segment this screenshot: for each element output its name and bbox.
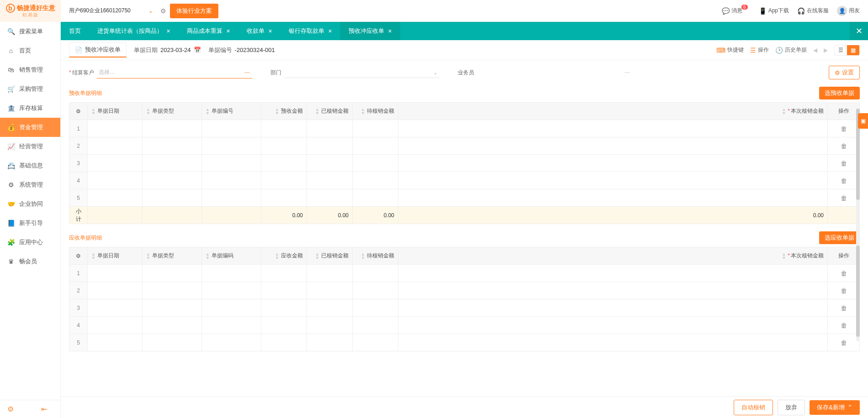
doc-date[interactable]: 2023-03-24: [160, 47, 191, 53]
view-card-toggle[interactable]: ▦: [847, 45, 859, 55]
auto-writeoff-button[interactable]: 自动核销: [734, 400, 773, 415]
col-4[interactable]: ▲▼已核销金额: [307, 103, 353, 120]
save-new-button[interactable]: 保存&新增⌃: [810, 400, 860, 415]
col-settings[interactable]: ⚙: [69, 103, 88, 120]
trash-icon[interactable]: 🗑: [841, 160, 847, 167]
sidebar-icon: 💰: [7, 124, 15, 131]
sidebar-item-6[interactable]: 📈经营管理: [0, 137, 60, 156]
trash-icon[interactable]: 🗑: [841, 304, 847, 312]
col-5[interactable]: ▲▼待核销金额: [353, 247, 398, 265]
close-icon[interactable]: ✕: [226, 28, 230, 34]
col-2[interactable]: ▲▼单据编码: [202, 247, 261, 265]
sec2-pick-button[interactable]: 选应收单据: [819, 231, 860, 244]
discard-button[interactable]: 放弃: [778, 400, 805, 415]
col-0[interactable]: ▲▼单据日期: [88, 247, 143, 265]
close-icon[interactable]: ✕: [268, 28, 272, 34]
col-7[interactable]: 操作: [828, 103, 860, 120]
brand-logo[interactable]: b畅捷通好生意 精易版: [0, 0, 61, 22]
sec1-pick-button[interactable]: 选预收单据: [819, 87, 860, 99]
col-7[interactable]: 操作: [828, 247, 860, 265]
col-2[interactable]: ▲▼单据编号: [202, 103, 261, 120]
sidebar-item-8[interactable]: ⚙系统管理: [0, 175, 60, 194]
calendar-icon[interactable]: 📅: [194, 47, 201, 53]
tenant-settings-icon[interactable]: ⚙: [160, 7, 166, 15]
brand-edition: 精易版: [22, 12, 39, 18]
trash-icon[interactable]: 🗑: [841, 339, 847, 346]
col-6[interactable]: ▲▼*本次核销金额: [398, 103, 828, 120]
col-settings[interactable]: ⚙: [69, 247, 88, 265]
col-1[interactable]: ▲▼单据类型: [143, 103, 202, 120]
col-0[interactable]: ▲▼单据日期: [88, 103, 143, 120]
sidebar-item-2[interactable]: 🛍销售管理: [0, 60, 60, 79]
sidebar-collapse-icon[interactable]: ⇤: [41, 405, 47, 413]
messages-button[interactable]: 💬消息6: [722, 7, 751, 15]
operations-button[interactable]: ☰操作: [750, 46, 769, 54]
col-6[interactable]: ▲▼*本次核销金额: [398, 247, 828, 265]
col-3[interactable]: ▲▼应收金额: [261, 247, 307, 265]
next-doc-icon[interactable]: ▶: [824, 47, 828, 53]
trash-icon[interactable]: 🗑: [841, 270, 847, 277]
app-download-button[interactable]: 📱App下载: [759, 7, 789, 15]
gear-icon: ⚙: [76, 108, 81, 115]
sidebar-label: 采购管理: [19, 85, 43, 93]
table-row[interactable]: 5🗑: [69, 334, 860, 351]
scrollbar[interactable]: [856, 109, 860, 341]
try-plan-button[interactable]: 体验行业方案: [170, 4, 218, 18]
tab-0[interactable]: 首页: [61, 22, 89, 40]
tabbar-close-button[interactable]: ✕: [850, 22, 868, 40]
close-icon[interactable]: ✕: [166, 28, 170, 34]
table-row[interactable]: 3🗑: [69, 155, 860, 172]
tab-1[interactable]: 进货单统计表（按商品）✕: [89, 22, 179, 40]
dept-select[interactable]: ⌄: [284, 68, 439, 78]
sidebar-item-12[interactable]: ♛畅会员: [0, 252, 60, 271]
table-row[interactable]: 1🗑: [69, 265, 860, 282]
table-row[interactable]: 5🗑: [69, 189, 860, 207]
sidebar-item-5[interactable]: 💰资金管理: [0, 118, 60, 137]
form-settings-button[interactable]: ⚙设置: [829, 66, 860, 79]
col-5[interactable]: ▲▼待核销金额: [353, 103, 398, 120]
table-row[interactable]: 4🗑: [69, 172, 860, 189]
prev-doc-icon[interactable]: ◀: [813, 47, 817, 53]
tab-4[interactable]: 银行存取款单✕: [281, 22, 340, 40]
trash-icon[interactable]: 🗑: [841, 287, 847, 294]
side-panel-handle[interactable]: ▣: [858, 113, 868, 129]
doc-type-tab[interactable]: 📄预收冲应收单: [69, 42, 127, 57]
col-1[interactable]: ▲▼单据类型: [143, 247, 202, 265]
sidebar-item-9[interactable]: 🤝企业协同: [0, 194, 60, 214]
sidebar-item-7[interactable]: 📇基础信息: [0, 156, 60, 175]
view-list-toggle[interactable]: ☰: [835, 45, 847, 55]
table-row[interactable]: 1🗑: [69, 120, 860, 137]
sidebar-label: 应用中心: [19, 238, 43, 246]
table-row[interactable]: 3🗑: [69, 299, 860, 317]
close-icon[interactable]: ✕: [328, 28, 332, 34]
trash-icon[interactable]: 🗑: [841, 125, 847, 132]
table-row[interactable]: 4🗑: [69, 317, 860, 334]
col-4[interactable]: ▲▼已核销金额: [307, 247, 353, 265]
tenant-select[interactable]: 用户690企业1660120750 ⌄: [65, 4, 157, 18]
sidebar-item-0[interactable]: 🔍搜索菜单: [0, 22, 60, 41]
sidebar-item-1[interactable]: ⌂首页: [0, 41, 60, 60]
tab-2[interactable]: 商品成本重算✕: [179, 22, 238, 40]
table-row[interactable]: 2🗑: [69, 282, 860, 299]
trash-icon[interactable]: 🗑: [841, 322, 847, 329]
sidebar-item-4[interactable]: 🏦库存核算: [0, 99, 60, 118]
customer-select[interactable]: 选择…⋯: [97, 67, 252, 78]
tab-5[interactable]: 预收冲应收单✕: [340, 22, 400, 40]
customer-service-button[interactable]: 🎧在线客服: [797, 7, 829, 15]
trash-icon[interactable]: 🗑: [841, 177, 847, 184]
sidebar-settings-icon[interactable]: ⚙: [7, 405, 14, 413]
shortcut-button[interactable]: ⌨快捷键: [716, 46, 744, 54]
user-menu[interactable]: 👤用友: [837, 6, 860, 16]
sidebar-item-10[interactable]: 📘新手引导: [0, 214, 60, 233]
col-3[interactable]: ▲▼预收金额: [261, 103, 307, 120]
close-icon[interactable]: ✕: [388, 28, 392, 34]
sidebar-item-3[interactable]: 🛒采购管理: [0, 79, 60, 99]
history-button[interactable]: 🕑历史单据: [775, 46, 807, 54]
tab-3[interactable]: 收款单✕: [238, 22, 281, 40]
sidebar-item-11[interactable]: 🧩应用中心: [0, 233, 60, 252]
brand-name: 畅捷通好生意: [17, 4, 55, 12]
owner-select[interactable]: ⋯: [477, 68, 632, 78]
trash-icon[interactable]: 🗑: [841, 142, 847, 150]
table-row[interactable]: 2🗑: [69, 137, 860, 155]
trash-icon[interactable]: 🗑: [841, 194, 847, 202]
